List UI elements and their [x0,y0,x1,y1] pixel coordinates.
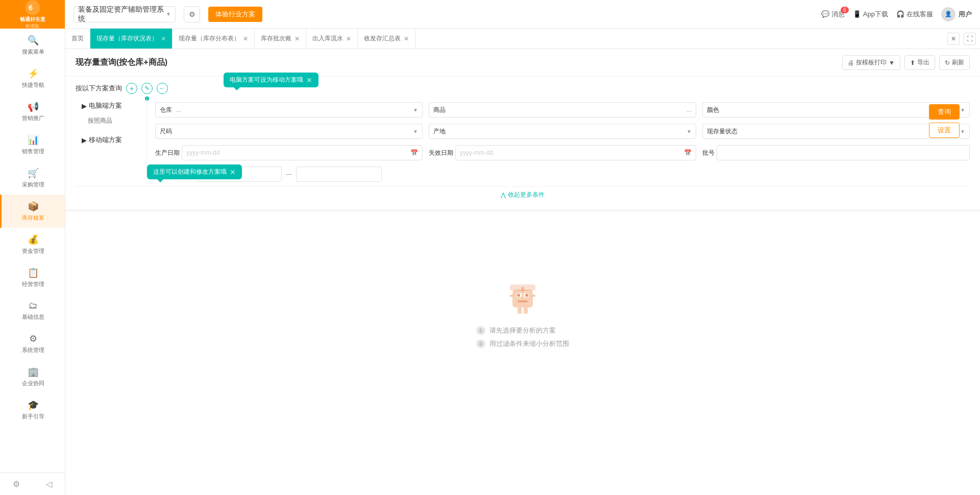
expiry-date-label: 失效日期 [429,149,453,157]
sidebar-item-guide[interactable]: 🎓 新手引导 [0,393,65,427]
tab-close-all-btn[interactable]: ✕ [947,33,960,45]
tabs-controls: ✕ ⛶ [943,29,980,49]
tab-home-label: 首页 [71,34,84,43]
message-button[interactable]: 💬 消息 6 [821,10,845,19]
tab-batch-ledger-label: 库存批次账 [261,34,291,43]
purchase-icon: 🛒 [28,168,39,179]
message-badge: 6 [841,7,849,13]
sidebar-item-search-menu[interactable]: 🔍 搜索菜单 [0,29,65,62]
refresh-icon: ↻ [945,59,950,66]
sidebar-item-inventory[interactable]: 📦 库存核算 [0,195,65,228]
sidebar-item-finance[interactable]: 💰 资金管理 [0,228,65,261]
empty-tips: ① 请先选择要分析的方案 ② 用过滤条件来缩小分析范围 [476,326,569,348]
svg-point-6 [525,294,528,297]
tooltip-edit-close[interactable]: ✕ [230,168,236,176]
reset-button[interactable]: 设置 [929,123,960,138]
sidebar-item-sales[interactable]: 📊 销售管理 [0,128,65,161]
system-selector[interactable]: 装备及固定资产辅助管理系统 ▼ [74,6,176,22]
scheme-mobile[interactable]: ▶ 移动端方案 [76,132,146,148]
tab-batch-ledger-close[interactable]: ✕ [295,35,300,42]
warehouse-select[interactable]: 仓库...▼ [155,102,423,117]
production-date-input[interactable]: yyyy-mm-dd 📅 [182,145,423,160]
industry-plan-button[interactable]: 体验行业方案 [208,7,262,22]
sidebar-item-quick-nav[interactable]: ⚡ 快捷导航 [0,62,65,95]
enterprise-icon: 🏢 [28,366,39,378]
sidebar-label-sales: 销售管理 [22,148,44,155]
tooltip-pc-close[interactable]: ✕ [306,76,312,84]
tab-fullscreen-btn[interactable]: ⛶ [964,33,976,45]
svg-rect-9 [531,295,535,297]
filter-add-button[interactable]: + [126,83,137,94]
tab-home[interactable]: 首页 [65,29,90,49]
filter-header-label: 按以下方案查询 [76,84,122,93]
filter-nav-button[interactable]: ← [157,83,168,94]
origin-select[interactable]: 产地 ▼ [429,124,696,139]
tip-text-2: 用过滤条件来缩小分析范围 [489,339,569,348]
collapse-bar[interactable]: ⋀ 收起更多条件 [76,186,970,203]
sidebar-item-enterprise[interactable]: 🏢 企业协同 [0,360,65,393]
sidebar-item-system[interactable]: ⚙ 系统管理 [0,327,65,360]
query-button[interactable]: 查询 [929,104,960,120]
size-select[interactable]: 尺码 ▼ [155,124,423,139]
tab-batch-ledger[interactable]: 库存批次账 ✕ [255,29,306,49]
sidebar-label-search-menu: 搜索菜单 [22,48,44,56]
settings-footer-btn[interactable]: ⚙ [9,477,24,491]
print-button[interactable]: 🖨 按模板打印 ▼ [842,55,900,70]
sidebar-label-finance: 资金管理 [22,247,44,255]
tab-collection-summary-close[interactable]: ✕ [404,35,409,42]
export-label: 导出 [917,58,929,67]
tab-stock-dist[interactable]: 现存量（库存分布表） ✕ [173,29,255,49]
expiry-date-wrapper: 失效日期 yyyy-mm-dd 📅 [429,145,696,160]
tab-collection-summary[interactable]: 收发存汇总表 ✕ [358,29,415,49]
system-dropdown-icon: ▼ [166,11,171,17]
filter-body: ▶ 电脑端方案 按照商品 这里可以创建和修改方案哦 ✕ ▶ [76,98,970,186]
filter-area: 电脑方案可设为移动方案哦 ✕ 按以下方案查询 + ✎ ← [65,77,980,209]
page-container: 现存量查询(按仓库+商品) 🖨 按模板打印 ▼ ⬆ 导出 ↻ 刷新 [65,49,980,495]
system-icon: ⚙ [29,333,37,344]
tab-inout-flow-close[interactable]: ✕ [346,35,351,42]
system-name-text: 装备及固定资产辅助管理系统 [78,5,166,23]
origin-dropdown-icon: ▼ [687,129,692,134]
print-dropdown-icon: ▼ [889,59,895,66]
app-download-button[interactable]: 📱 App下载 [853,10,888,19]
sidebar-item-marketing[interactable]: 📢 营销推广 [0,95,65,128]
collapse-label: 收起更多条件 [508,191,545,199]
expiry-date-placeholder: yyyy-mm-dd [460,149,493,156]
tab-stock-status-close[interactable]: ✕ [161,35,166,42]
tooltip-edit-text: 这里可以创建和修改方案哦 [153,168,227,176]
tooltip-pc-scheme: 电脑方案可设为移动方案哦 ✕ [224,73,318,87]
app-label: App下载 [863,10,888,19]
quick-nav-icon: ⚡ [28,68,39,79]
export-button[interactable]: ⬆ 导出 [904,55,935,70]
refresh-button[interactable]: ↻ 刷新 [939,55,970,70]
expiry-date-input[interactable]: yyyy-mm-dd 📅 [455,145,696,160]
collapse-sidebar-btn[interactable]: ◁ [42,477,56,491]
scheme-pc[interactable]: ▶ 电脑端方案 [76,98,146,113]
sidebar-item-base-info[interactable]: 🗂 基础信息 [0,294,65,327]
sidebar-item-purchase[interactable]: 🛒 采购管理 [0,161,65,195]
production-date-label: 生产日期 [155,149,180,157]
export-icon: ⬆ [910,59,915,66]
system-name-area: 装备及固定资产辅助管理系统 ▼ ⚙ 体验行业方案 [74,6,821,22]
inventory-icon: 📦 [28,201,39,212]
filter-row-1: 仓库...▼ 商品 ... 颜色 [155,102,970,117]
tab-stock-status[interactable]: 现存量（库存状况表） ✕ [90,29,173,49]
tab-stock-dist-close[interactable]: ✕ [243,35,248,42]
sidebar-label-base-info: 基础信息 [22,313,44,321]
sidebar-item-operation[interactable]: 📋 经营管理 [0,261,65,294]
batch-no-input[interactable] [717,145,970,160]
origin-field: 产地 ▼ [429,124,696,139]
sidebar-label-inventory: 库存核算 [22,214,44,222]
app-icon: 📱 [853,10,861,18]
stock-range-to[interactable] [296,167,382,182]
user-menu-button[interactable]: 👤 用户 [941,7,972,21]
header-settings-button[interactable]: ⚙ [184,6,200,22]
empty-tip-1: ① 请先选择要分析的方案 [476,326,569,335]
tab-inout-flow[interactable]: 出入库流水 ✕ [306,29,358,49]
svg-point-5 [517,294,520,297]
scheme-pc-sub[interactable]: 按照商品 [76,113,146,128]
filter-edit-button[interactable]: ✎ [141,83,153,94]
goods-select[interactable]: 商品 ... [429,102,696,117]
online-service-button[interactable]: 🎧 在线客服 [896,10,933,19]
expiry-date-calendar-icon: 📅 [684,149,692,156]
